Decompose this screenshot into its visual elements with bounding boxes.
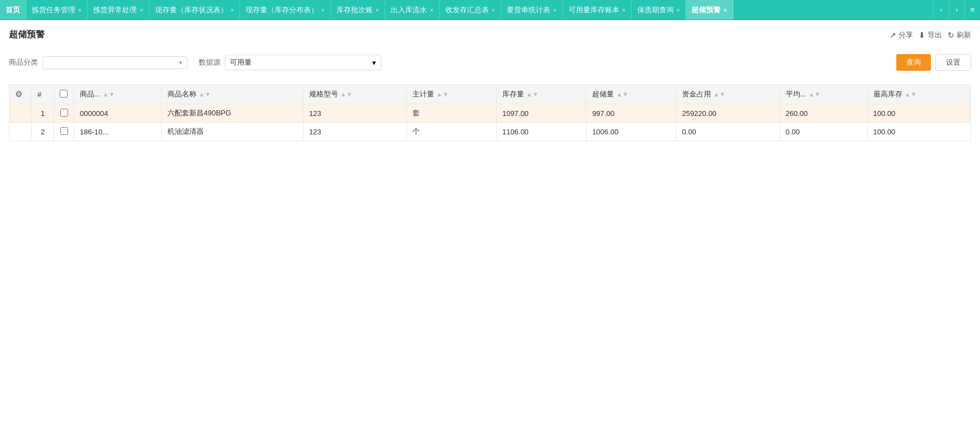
export-button[interactable]: ⬇ 导出 — [919, 30, 942, 40]
row-product-name: 六配套新昌490BPG — [161, 104, 303, 123]
nav-item-shoufacun[interactable]: 收发存汇总表 × — [440, 0, 501, 20]
row-overstock: 997.00 — [587, 104, 676, 123]
category-select[interactable]: ▾ — [42, 56, 188, 69]
sort-icon: ▲▼ — [526, 91, 539, 98]
row-capital: 259220.00 — [676, 104, 780, 123]
sort-icon: ▲▼ — [616, 91, 628, 98]
row-product-name: 机油滤清器 — [161, 123, 303, 141]
table-header-row: ⚙ # 商品... ▲▼ 商品名称 ▲▼ — [9, 85, 971, 104]
row-setting-cell — [9, 123, 32, 141]
row-checkbox[interactable] — [60, 127, 68, 135]
nav-item-baozhi[interactable]: 保质期查询 × — [632, 0, 686, 20]
row-unit: 套 — [407, 104, 497, 123]
sort-icon: ▲▼ — [905, 91, 917, 98]
table-row: 1 0000004 六配套新昌490BPG 123 套 1097.00 997.… — [9, 104, 971, 123]
chevron-down-icon: ▾ — [179, 59, 182, 66]
sort-icon: ▲▼ — [103, 91, 115, 98]
nav-item-kucunpici[interactable]: 库存批次账 × — [331, 0, 385, 20]
nav-arrows: ‹ › ≡ — [933, 0, 980, 20]
th-max-stock[interactable]: 最高库存 ▲▼ — [867, 85, 971, 104]
sort-icon: ▲▼ — [808, 91, 820, 98]
th-product-code[interactable]: 商品... ▲▼ — [74, 85, 162, 104]
share-button[interactable]: ↗ 分享 — [890, 30, 913, 40]
nav-more-button[interactable]: ≡ — [964, 0, 980, 20]
row-max-stock: 100.00 — [867, 104, 971, 123]
category-filter-group: 商品分类 ▾ — [9, 56, 188, 69]
row-checkbox-cell[interactable] — [54, 104, 74, 123]
nav-item-yaohuo[interactable]: 要货单统计表 × — [501, 0, 563, 20]
header-actions: ↗ 分享 ⬇ 导出 ↻ 刷新 — [890, 30, 971, 40]
close-icon[interactable]: × — [140, 7, 143, 13]
row-capital: 0.00 — [676, 123, 780, 141]
row-product-code: 186-10... — [74, 123, 162, 141]
th-row-number: # — [32, 85, 54, 104]
row-checkbox[interactable] — [60, 109, 68, 117]
nav-prev-button[interactable]: ‹ — [933, 0, 949, 20]
close-icon[interactable]: × — [321, 7, 324, 13]
sort-icon: ▲▼ — [340, 91, 353, 98]
export-icon: ⬇ — [919, 31, 925, 40]
nav-item-chaochuyujing[interactable]: 超储预警 × — [686, 0, 733, 20]
row-overstock: 1006.00 — [587, 123, 676, 141]
th-settings: ⚙ — [9, 85, 32, 104]
page-header: 超储预警 ↗ 分享 ⬇ 导出 ↻ 刷新 — [9, 29, 971, 41]
sort-icon: ▲▼ — [199, 91, 211, 98]
page-title: 超储预警 — [9, 29, 45, 41]
close-icon[interactable]: × — [676, 7, 680, 13]
filter-actions: 查询 设置 — [896, 54, 971, 71]
close-icon[interactable]: × — [553, 7, 556, 13]
th-unit[interactable]: 主计量 ▲▼ — [407, 85, 497, 104]
nav-item-churukuliushui[interactable]: 出入库流水 × — [385, 0, 439, 20]
row-number: 1 — [32, 104, 54, 123]
th-overstock[interactable]: 超储量 ▲▼ — [587, 85, 676, 104]
gear-icon[interactable]: ⚙ — [15, 89, 22, 99]
row-product-code: 0000004 — [74, 104, 162, 123]
nav-item-xiancunliang2[interactable]: 现存量（库存分布表） × — [240, 0, 330, 20]
nav-item-jianhuorenwu[interactable]: 拣货任务管理 × — [26, 0, 88, 20]
datasource-filter-group: 数据源 可用量 ▾ — [199, 55, 381, 70]
close-icon[interactable]: × — [430, 7, 433, 13]
top-navigation: 首页 拣货任务管理 × 拣货异常处理 × 现存量（库存状况表） × 现存量（库存… — [0, 0, 980, 20]
row-unit: 个 — [407, 123, 497, 141]
sort-icon: ▲▼ — [436, 91, 449, 98]
row-spec: 123 — [303, 104, 406, 123]
chevron-down-icon: ▾ — [372, 59, 376, 67]
close-icon[interactable]: × — [230, 7, 234, 13]
datasource-select-value: 可用量 — [230, 57, 252, 67]
refresh-button[interactable]: ↻ 刷新 — [948, 30, 971, 40]
th-avg[interactable]: 平均... ▲▼ — [780, 85, 867, 104]
datasource-select[interactable]: 可用量 ▾ — [225, 55, 381, 70]
row-max-stock: 100.00 — [867, 123, 971, 141]
select-all-checkbox[interactable] — [60, 90, 68, 98]
row-avg: 260.00 — [780, 104, 867, 123]
nav-item-xiancunliang1[interactable]: 现存量（库存状况表） × — [150, 0, 240, 20]
table-body: 1 0000004 六配套新昌490BPG 123 套 1097.00 997.… — [9, 104, 971, 141]
share-icon: ↗ — [890, 31, 896, 40]
th-stock[interactable]: 库存量 ▲▼ — [497, 85, 587, 104]
th-product-name[interactable]: 商品名称 ▲▼ — [161, 85, 303, 104]
data-table: ⚙ # 商品... ▲▼ 商品名称 ▲▼ — [9, 84, 971, 141]
filter-area: 商品分类 ▾ 数据源 可用量 ▾ 查询 设置 — [9, 49, 971, 76]
row-spec: 123 — [303, 123, 406, 141]
sort-icon: ▲▼ — [713, 91, 726, 98]
th-capital[interactable]: 资金占用 ▲▼ — [676, 85, 780, 104]
nav-home[interactable]: 首页 — [0, 0, 26, 20]
close-icon[interactable]: × — [723, 7, 727, 13]
row-stock: 1097.00 — [497, 104, 587, 123]
th-spec[interactable]: 规格型号 ▲▼ — [303, 85, 406, 104]
refresh-icon: ↻ — [948, 31, 954, 40]
category-label: 商品分类 — [9, 57, 38, 67]
settings-button[interactable]: 设置 — [935, 54, 971, 71]
close-icon[interactable]: × — [376, 7, 379, 13]
row-setting-cell — [9, 104, 32, 123]
page-container: 超储预警 ↗ 分享 ⬇ 导出 ↻ 刷新 商品分类 ▾ 数据源 — [0, 20, 980, 446]
nav-item-jianhuoyichang[interactable]: 拣货异常处理 × — [88, 0, 149, 20]
query-button[interactable]: 查询 — [896, 54, 931, 71]
close-icon[interactable]: × — [492, 7, 495, 13]
row-stock: 1106.00 — [497, 123, 587, 141]
close-icon[interactable]: × — [622, 7, 626, 13]
close-icon[interactable]: × — [78, 7, 81, 13]
nav-item-keyongliang[interactable]: 可用量库存账本 × — [563, 0, 632, 20]
nav-next-button[interactable]: › — [949, 0, 964, 20]
row-checkbox-cell[interactable] — [54, 123, 74, 141]
